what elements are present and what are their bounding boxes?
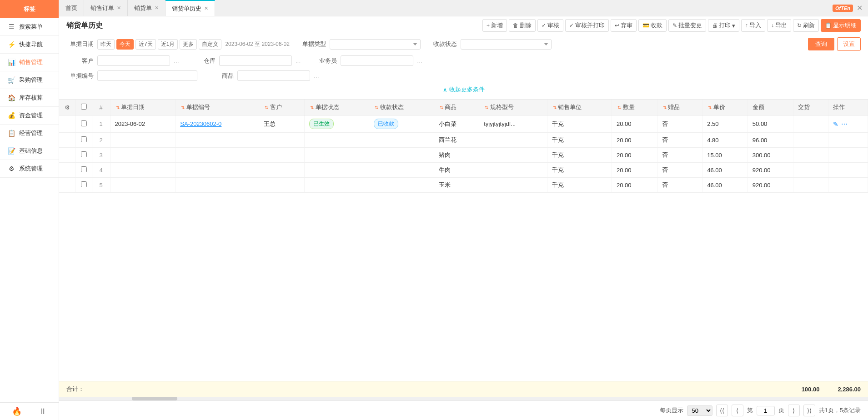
col-price[interactable]: ⇅ 单价 (702, 100, 748, 115)
doc-no-link[interactable]: SA-20230602-0 (180, 120, 221, 127)
col-spec[interactable]: ⇅ 规格型号 (479, 100, 547, 115)
sidebar-item-operations[interactable]: 📋 经营管理 (0, 125, 59, 142)
cell-checkbox[interactable] (75, 133, 92, 148)
basic-info-icon: 📝 (7, 147, 15, 155)
batch-change-button[interactable]: ✎ 批量变更 (668, 19, 706, 32)
salesperson-input[interactable] (341, 55, 413, 66)
cell-gear (59, 178, 75, 193)
collect-status-select[interactable] (461, 39, 552, 50)
print-button[interactable]: 🖨 打印 ▾ (708, 19, 739, 32)
tab-sales-history[interactable]: 销货单历史 ✕ (166, 0, 215, 16)
col-collect-status[interactable]: ⇅ 收款状态 (369, 100, 434, 115)
row-checkbox[interactable] (81, 136, 87, 142)
date-btn-today[interactable]: 今天 (116, 39, 134, 50)
export-button[interactable]: ↓ 导出 (767, 19, 791, 32)
date-btn-custom[interactable]: 自定义 (199, 39, 221, 50)
delete-button[interactable]: 🗑 删除 (509, 19, 536, 32)
sidebar-item-sales-mgmt[interactable]: 📊 销售管理 (0, 54, 59, 71)
col-customer[interactable]: ⇅ 客户 (259, 100, 305, 115)
sidebar-item-basic-info[interactable]: 📝 基础信息 (0, 142, 59, 160)
date-btn-more[interactable]: 更多 (180, 39, 197, 50)
goods-dots[interactable]: ... (314, 72, 319, 80)
cell-doc-no[interactable] (176, 163, 259, 178)
tab-sales-goods[interactable]: 销货单 ✕ (128, 0, 166, 16)
cell-checkbox[interactable] (75, 178, 92, 193)
cell-doc-no[interactable]: SA-20230602-0 (176, 115, 259, 133)
last-page-button[interactable]: ⟩⟩ (803, 405, 815, 416)
cell-doc-no[interactable] (176, 148, 259, 163)
cell-checkbox[interactable] (75, 148, 92, 163)
date-btn-7days[interactable]: 近7天 (135, 39, 156, 50)
more-icon[interactable]: ⋯ (841, 120, 848, 128)
row-checkbox[interactable] (81, 166, 87, 172)
next-page-button[interactable]: ⟩ (788, 405, 800, 416)
col-date[interactable]: ⇅ 单据日期 (110, 100, 176, 115)
sidebar-item-quick-nav[interactable]: ⚡ 快捷导航 (0, 36, 59, 54)
col-gift[interactable]: ⇅ 赠品 (657, 100, 702, 115)
row-checkbox[interactable] (81, 181, 87, 187)
warehouse-input[interactable] (219, 55, 292, 66)
filter-row-2: 客户 ... 仓库 ... 业务员 ... (66, 55, 861, 66)
sidebar-item-search-menu[interactable]: ☰ 搜索菜单 (0, 18, 59, 36)
customer-dots[interactable]: ... (174, 57, 179, 65)
import-button[interactable]: ↑ 导入 (741, 19, 765, 32)
refresh-button[interactable]: ↻ 刷新 (793, 19, 819, 32)
cell-doc-no[interactable] (176, 133, 259, 148)
col-gear[interactable]: ⚙ (59, 100, 75, 115)
row-checkbox[interactable] (81, 120, 87, 126)
prev-page-button[interactable]: ⟨ (732, 405, 743, 416)
sidebar-pause-icon[interactable]: ⏸ (39, 407, 47, 416)
date-btn-yesterday[interactable]: 昨天 (97, 39, 115, 50)
sidebar-fire-icon[interactable]: 🔥 (12, 406, 22, 416)
collapse-button[interactable]: ∧ 收起更多条件 (66, 85, 861, 94)
cell-doc-no[interactable] (176, 178, 259, 193)
main-close-icon[interactable]: ✕ (857, 4, 863, 12)
sidebar-item-sys-mgmt[interactable]: ⚙ 系统管理 (0, 160, 59, 178)
page-input[interactable] (757, 406, 775, 415)
cell-checkbox[interactable] (75, 163, 92, 178)
cell-doc-status (304, 163, 369, 178)
first-page-button[interactable]: ⟨⟨ (716, 405, 728, 416)
customer-input[interactable] (97, 55, 170, 66)
discard-button[interactable]: ↩ 弃审 (611, 19, 637, 32)
tab-home[interactable]: 首页 (59, 0, 84, 16)
doc-type-select[interactable] (330, 39, 421, 50)
tab-sales-goods-close[interactable]: ✕ (155, 5, 159, 11)
col-checkbox[interactable] (75, 100, 92, 115)
tab-sales-order-close[interactable]: ✕ (117, 5, 121, 11)
col-unit[interactable]: ⇅ 销售单位 (547, 100, 612, 115)
tab-sales-history-close[interactable]: ✕ (204, 5, 208, 11)
sort-icon: ⇅ (375, 105, 378, 110)
table-container: ⚙ # ⇅ 单据日期 ⇅ 单据编号 ⇅ 客户 ⇅ 单据状态 ⇅ 收款状态 ⇅ 商… (59, 100, 868, 381)
warehouse-dots[interactable]: ... (296, 57, 301, 65)
salesperson-dots[interactable]: ... (417, 57, 422, 65)
per-page-select[interactable]: 50 100 200 (687, 405, 712, 416)
sidebar-item-label: 销售管理 (19, 58, 43, 66)
show-detail-button[interactable]: 📋 显示明细 (821, 19, 861, 32)
doc-no-input[interactable] (97, 70, 197, 81)
col-goods[interactable]: ⇅ 商品 (434, 100, 479, 115)
col-doc-status[interactable]: ⇅ 单据状态 (304, 100, 369, 115)
select-all-checkbox[interactable] (81, 104, 87, 110)
date-btn-1month[interactable]: 近1月 (158, 39, 178, 50)
add-button[interactable]: + 新增 (482, 19, 507, 32)
query-button[interactable]: 查询 (808, 38, 834, 50)
audit-print-button[interactable]: ✓ 审核并打印 (565, 19, 609, 32)
sidebar-item-finance[interactable]: 💰 资金管理 (0, 107, 59, 125)
scrollbar-thumb[interactable] (132, 397, 177, 400)
set-button[interactable]: 设置 (837, 37, 861, 51)
sort-icon: ⇅ (485, 105, 488, 110)
sidebar-item-inventory[interactable]: 🏠 库存核算 (0, 89, 59, 107)
tab-sales-order[interactable]: 销售订单 ✕ (84, 0, 128, 16)
collect-button[interactable]: 💳 收款 (638, 19, 667, 32)
horizontal-scrollbar[interactable] (59, 397, 868, 400)
goods-input[interactable] (237, 70, 310, 81)
cell-checkbox[interactable] (75, 115, 92, 133)
edit-icon[interactable]: ✎ (833, 120, 838, 128)
sidebar-item-purchase-mgmt[interactable]: 🛒 采购管理 (0, 71, 59, 89)
row-checkbox[interactable] (81, 151, 87, 157)
audit-button[interactable]: ✓ 审核 (537, 19, 563, 32)
sidebar: 标签 ☰ 搜索菜单 ⚡ 快捷导航 📊 销售管理 🛒 采购管理 🏠 库存核算 💰 … (0, 0, 59, 420)
col-doc-no[interactable]: ⇅ 单据编号 (176, 100, 259, 115)
col-qty[interactable]: ⇅ 数量 (612, 100, 657, 115)
